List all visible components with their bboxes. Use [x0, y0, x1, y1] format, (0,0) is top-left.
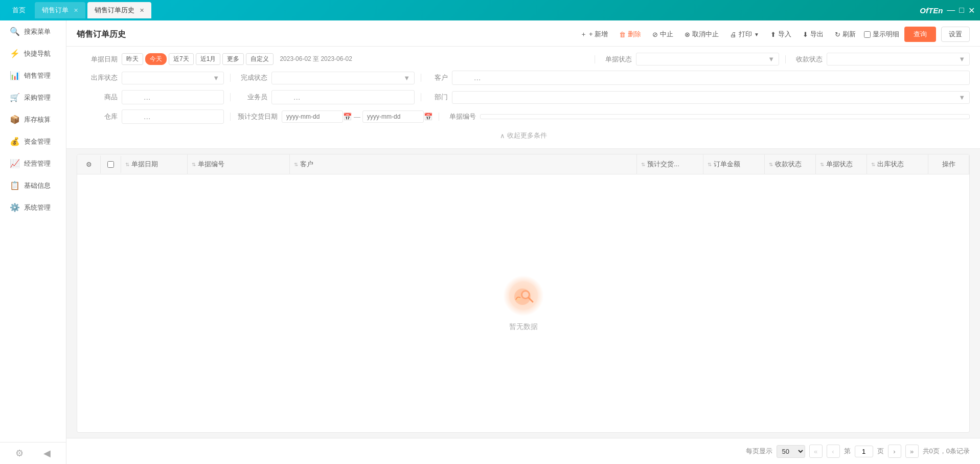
th-customer[interactable]: ⇅ 客户 — [290, 154, 637, 174]
add-icon: ＋ — [580, 30, 587, 39]
query-btn[interactable]: 查询 — [904, 27, 936, 42]
divider-5 — [230, 93, 231, 101]
sidebar-item-finance[interactable]: 💰 资金管理 — [0, 130, 66, 152]
th-out-status[interactable]: ⇅ 出库状态 — [867, 154, 928, 174]
collapse-bar[interactable]: ∧ 收起更多条件 — [77, 129, 970, 142]
date-btn-7days[interactable]: 近7天 — [169, 53, 194, 65]
sidebar-item-basic-info[interactable]: 📋 基础信息 — [0, 174, 66, 196]
th-doc-date[interactable]: ⇅ 单据日期 — [121, 154, 188, 174]
stop-label: 中止 — [660, 30, 673, 39]
expected-date-to[interactable] — [362, 111, 424, 123]
export-btn[interactable]: ⬇ 导出 — [800, 28, 827, 41]
doc-no-input[interactable] — [480, 114, 970, 119]
out-status-arrow-icon: ▼ — [213, 74, 219, 82]
page-number-input[interactable] — [855, 446, 873, 457]
last-page-btn[interactable]: » — [905, 445, 919, 458]
filter-area: 单据日期 昨天 今天 近7天 近1月 更多 自定义 2023-06-02 至 2… — [66, 47, 980, 149]
sidebar-item-quick-nav[interactable]: ⚡ 快捷导航 — [0, 42, 66, 64]
calendar-to-icon[interactable]: 📅 — [424, 113, 432, 121]
sidebar-item-sales-mgmt[interactable]: 📊 销售管理 — [0, 64, 66, 86]
complete-status-select[interactable]: ▼ — [271, 72, 415, 84]
customer-select[interactable]: ... — [452, 71, 970, 85]
cancel-stop-label: 取消中止 — [692, 30, 719, 39]
goods-dots-icon[interactable]: ... — [142, 93, 152, 102]
setting-btn[interactable]: 设置 — [941, 27, 970, 42]
table-header: ⚙ ⇅ 单据日期 ⇅ 单据编号 ⇅ 客户 ⇅ — [77, 154, 969, 174]
stop-btn[interactable]: ⊘ 中止 — [649, 28, 676, 41]
tab-home[interactable]: 首页 — [5, 2, 33, 18]
sidebar-item-inventory[interactable]: 📦 库存核算 — [0, 108, 66, 130]
goods-select[interactable]: ... — [122, 90, 224, 104]
minimize-btn[interactable]: — — [947, 6, 955, 15]
doc-date-value: 昨天 今天 近7天 近1月 更多 自定义 2023-06-02 至 2023-0… — [122, 53, 588, 65]
close-window-btn[interactable]: ✕ — [968, 6, 975, 15]
out-status-label: 出库状态 — [77, 73, 118, 82]
th-settings[interactable]: ⚙ — [77, 156, 101, 173]
salesperson-dots-icon[interactable]: ... — [291, 93, 302, 102]
tab-sales-order-history-close[interactable]: ✕ — [140, 7, 144, 14]
page-size-select[interactable]: 50 10 20 100 — [777, 445, 805, 458]
export-icon: ⬇ — [803, 31, 808, 38]
th-doc-status[interactable]: ⇅ 单据状态 — [816, 154, 867, 174]
customer-dots-icon[interactable]: ... — [472, 73, 483, 82]
calendar-from-icon[interactable]: 📅 — [343, 113, 352, 121]
date-btn-1month[interactable]: 近1月 — [196, 53, 221, 65]
svg-point-3 — [522, 292, 529, 298]
search-menu-icon: 🔍 — [10, 27, 20, 36]
th-amount[interactable]: ⇅ 订单金额 — [703, 154, 765, 174]
prev-page-btn[interactable]: ‹ — [827, 445, 840, 458]
warehouse-dots-icon[interactable]: ... — [142, 112, 152, 121]
date-btn-more[interactable]: 更多 — [222, 53, 244, 65]
page-header: 销售订单历史 ＋ + 新增 🗑 删除 ⊘ 中止 ⊗ 取消中止 — [66, 20, 980, 47]
sidebar-item-purchase-mgmt[interactable]: 🛒 采购管理 — [0, 86, 66, 108]
th-delivery[interactable]: ⇅ 预计交货... — [637, 154, 703, 174]
sidebar-item-operations[interactable]: 📈 经营管理 — [0, 152, 66, 174]
next-page-btn[interactable]: › — [888, 445, 901, 458]
sidebar-settings-btn[interactable]: ⚙ — [15, 448, 24, 459]
warehouse-select[interactable]: ... — [122, 109, 224, 124]
import-icon: ⬆ — [770, 31, 776, 38]
refresh-btn[interactable]: ↻ 刷新 — [832, 28, 859, 41]
doc-status-select[interactable]: ▼ — [636, 53, 779, 65]
sort-icon-customer: ⇅ — [294, 162, 298, 167]
show-detail-checkbox-label[interactable]: 显示明细 — [864, 30, 899, 39]
recv-status-select[interactable]: ▼ — [827, 53, 970, 65]
purchase-mgmt-icon: 🛒 — [10, 93, 20, 102]
tab-sales-order[interactable]: 销售订单 ✕ — [35, 2, 85, 18]
show-detail-checkbox[interactable] — [864, 31, 871, 38]
add-btn[interactable]: ＋ + 新增 — [577, 28, 611, 41]
print-btn[interactable]: 🖨 打印 ▼ — [727, 28, 762, 41]
tab-sales-order-history-label: 销售订单历史 — [95, 6, 134, 15]
delete-btn[interactable]: 🗑 删除 — [616, 28, 644, 41]
th-doc-no[interactable]: ⇅ 单据编号 — [188, 154, 290, 174]
th-doc-status-label: 单据状态 — [826, 160, 853, 169]
tab-sales-order-history[interactable]: 销售订单历史 ✕ — [87, 2, 151, 18]
sort-icon-delivery: ⇅ — [641, 162, 645, 167]
sidebar-item-search-menu[interactable]: 🔍 搜索菜单 — [0, 20, 66, 42]
tab-sales-order-label: 销售订单 — [42, 6, 69, 15]
sidebar-item-system-mgmt[interactable]: ⚙️ 系统管理 — [0, 196, 66, 218]
maximize-btn[interactable]: □ — [959, 6, 964, 15]
first-page-btn[interactable]: « — [809, 445, 823, 458]
dept-select[interactable]: ▼ — [452, 91, 970, 104]
sidebar-item-sales-mgmt-label: 销售管理 — [24, 71, 51, 80]
select-all-checkbox[interactable] — [107, 161, 114, 168]
out-status-select[interactable]: ▼ — [122, 72, 224, 84]
th-checkbox[interactable] — [101, 156, 121, 173]
import-btn[interactable]: ⬆ 导入 — [767, 28, 794, 41]
tab-sales-order-close[interactable]: ✕ — [74, 7, 78, 14]
date-btn-yesterday[interactable]: 昨天 — [122, 53, 143, 65]
th-recv-status[interactable]: ⇅ 收款状态 — [765, 154, 816, 174]
expected-date-from[interactable] — [282, 111, 343, 123]
sidebar-item-system-mgmt-label: 系统管理 — [24, 203, 51, 212]
table-body: 暂无数据 — [77, 174, 969, 432]
date-btn-today[interactable]: 今天 — [145, 53, 167, 65]
dept-arrow-icon: ▼ — [959, 94, 965, 101]
refresh-label: 刷新 — [842, 30, 856, 39]
export-label: 导出 — [810, 30, 824, 39]
setting-label: 设置 — [949, 30, 962, 38]
salesperson-select[interactable]: ... — [271, 90, 415, 104]
sidebar-collapse-btn[interactable]: ◀ — [43, 448, 51, 459]
cancel-stop-btn[interactable]: ⊗ 取消中止 — [681, 28, 722, 41]
date-btn-custom[interactable]: 自定义 — [246, 53, 274, 65]
